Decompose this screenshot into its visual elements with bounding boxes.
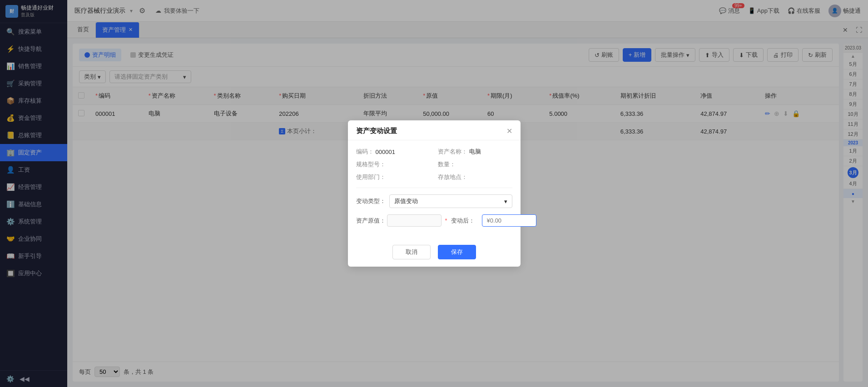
save-button[interactable]: 保存 [438, 245, 476, 259]
cancel-button[interactable]: 取消 [392, 245, 431, 259]
asset-change-modal: 资产变动设置 ✕ 编码： 000001 资产名称： 电脑 规格型号： 数量： [348, 120, 521, 267]
modal-header: 资产变动设置 ✕ [348, 120, 521, 140]
modal-quantity-item: 数量： [438, 160, 512, 169]
modal-dept-item: 使用部门： [356, 173, 431, 181]
modal-assetname-label: 资产名称： [438, 148, 467, 156]
modal-assetname-item: 资产名称： 电脑 [438, 148, 512, 156]
modal-info-grid: 编码： 000001 资产名称： 电脑 规格型号： 数量： 使用部门： [356, 148, 512, 181]
change-type-value: 原值变动 [394, 197, 418, 205]
modal-dept-label: 使用部门： [356, 173, 386, 181]
modal-footer: 取消 保存 [348, 240, 521, 267]
modal-spec-item: 规格型号： [356, 160, 431, 169]
change-type-select[interactable]: 原值变动 ▾ [389, 194, 512, 208]
modal-quantity-label: 数量： [438, 160, 456, 169]
change-type-dropdown-icon: ▾ [504, 198, 507, 205]
asset-original-label: 资产原值： [356, 217, 383, 225]
modal-title: 资产变动设置 [356, 127, 397, 135]
modal-spec-label: 规格型号： [356, 160, 386, 169]
asset-original-input: 50,000.00 [387, 214, 441, 227]
modal-location-label: 存放地点： [438, 173, 467, 181]
modal-body: 编码： 000001 资产名称： 电脑 规格型号： 数量： 使用部门： [348, 140, 521, 240]
modal-code-value: 000001 [376, 149, 395, 155]
modal-overlay[interactable]: 资产变动设置 ✕ 编码： 000001 资产名称： 电脑 规格型号： 数量： [0, 0, 868, 387]
modal-location-item: 存放地点： [438, 173, 512, 181]
modal-code-item: 编码： 000001 [356, 148, 431, 156]
modal-divider [356, 188, 512, 188]
change-type-label: 变动类型： [356, 197, 386, 205]
modal-close-button[interactable]: ✕ [506, 127, 512, 135]
modal-assetname-value: 电脑 [469, 148, 481, 156]
asset-value-row: 资产原值： 50,000.00 * 变动后： [356, 214, 512, 227]
modal-code-label: 编码： [356, 148, 374, 156]
after-change-label: 变动后： [451, 217, 478, 225]
required-star: * [445, 217, 447, 224]
change-type-row: 变动类型： 原值变动 ▾ [356, 194, 512, 208]
after-change-input[interactable] [482, 214, 536, 227]
